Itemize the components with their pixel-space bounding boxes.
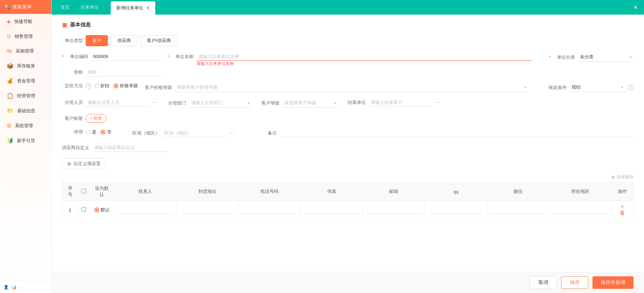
radio-yes[interactable]: 是 xyxy=(86,129,96,135)
radio-no[interactable]: 否 xyxy=(101,129,111,135)
alias-field: 简称 xyxy=(62,68,162,76)
payment-terms-select[interactable]: 现结 ▾ xyxy=(570,83,625,92)
customer-price-level-field: 客户价格等级 请选择客户价格等级 ▾ xyxy=(145,83,528,92)
address-input[interactable] xyxy=(180,206,235,214)
radio-discount[interactable]: 折扣 xyxy=(94,83,109,89)
settlement-unit-field: 结算单位 ··· xyxy=(345,98,441,107)
cancel-button[interactable]: 取消 xyxy=(530,276,557,289)
sidebar-item-label: 快捷导航 xyxy=(14,18,32,25)
supplier-custom-row: 供应商自定义 xyxy=(62,144,634,152)
tab-new-partner-label: 新增往来单位 xyxy=(116,5,143,11)
unit-code-wrapper xyxy=(91,52,160,61)
radio-yes-label: 是 xyxy=(92,129,96,135)
unit-category-select[interactable]: 未分类 ▾ xyxy=(578,52,634,62)
sidebar-item-quick-nav[interactable]: ◈ 快捷导航 xyxy=(0,14,51,29)
manager-input[interactable] xyxy=(86,98,148,107)
form-area: ▣ 基本信息 单位类型 客户 供应商 客户/供应商 * 单位编码 xyxy=(52,15,644,272)
pricing-row: 定价方法 ? 折扣 价格等级 客户价格等级 请选择客户价格等级 xyxy=(62,83,634,92)
unit-btn-supplier[interactable]: 供应商 xyxy=(111,35,138,46)
unit-btn-both[interactable]: 客户/供应商 xyxy=(140,35,178,46)
delete-row-button[interactable]: 🗑 xyxy=(618,210,627,216)
payment-terms-chevron: ▾ xyxy=(621,86,623,89)
sidebar-item-guide[interactable]: 🔰 新手引导 xyxy=(0,133,51,148)
tab-home[interactable]: 首页 xyxy=(55,0,75,15)
alias-input[interactable] xyxy=(86,68,162,76)
disabled-label: 停用 xyxy=(62,129,83,135)
main-content: 首页 往来单位 ✕ 新增往来单位 ✕ ✕ ▣ 基本信息 单位类型 客户 供应商 … xyxy=(52,0,644,293)
department-select[interactable]: 请输入分管部门 ▾ xyxy=(189,98,252,108)
sidebar-item-sales[interactable]: ⊙ 销售管理 xyxy=(0,29,51,44)
radio-discount-circle xyxy=(94,83,99,88)
pricing-help-icon[interactable]: ? xyxy=(86,83,91,89)
unit-name-input[interactable] xyxy=(196,52,532,61)
save-new-button[interactable]: 保存并新增 xyxy=(592,276,634,289)
col-wechat: 微信 xyxy=(487,182,549,201)
sidebar-version-icon: 📊 xyxy=(11,285,17,290)
manager-label: 分管人员 xyxy=(62,99,83,106)
add-row-button[interactable]: + xyxy=(619,204,625,210)
phone-input[interactable] xyxy=(242,206,297,214)
row-checkbox[interactable] xyxy=(81,207,86,212)
col-default: 设为默认 xyxy=(90,182,114,201)
custom-settings-label: 自定义项设置 xyxy=(73,161,101,167)
add-tag-button[interactable]: + 标签 xyxy=(86,114,107,123)
sidebar-item-basic[interactable]: 📁 基础信息 xyxy=(0,103,51,118)
unit-code-input[interactable] xyxy=(91,52,160,61)
settlement-more-btn[interactable]: ··· xyxy=(434,99,441,106)
sales-icon: ⊙ xyxy=(7,33,11,40)
sidebar-item-finance[interactable]: 💰 资金管理 xyxy=(0,73,51,88)
region-input[interactable] xyxy=(162,129,225,137)
tab-partners-label: 往来单位 xyxy=(81,4,99,10)
sidebar-item-inventory[interactable]: 📦 库存核算 xyxy=(0,58,51,73)
supplier-custom-input[interactable] xyxy=(92,144,168,152)
sidebar-item-label: 资金管理 xyxy=(17,78,35,84)
remark-input[interactable] xyxy=(280,129,634,137)
department-chevron: ▾ xyxy=(248,101,250,105)
customer-level-placeholder: 请选择客户等级 xyxy=(284,100,333,106)
qq-input[interactable] xyxy=(429,206,484,214)
save-button[interactable]: 保存 xyxy=(561,276,588,289)
close-all-tabs[interactable]: ✕ xyxy=(630,3,641,12)
manager-field: 分管人员 ··· xyxy=(62,98,158,107)
email-input[interactable] xyxy=(366,206,421,214)
tab-new-partner-close[interactable]: ✕ xyxy=(146,6,150,10)
region-more-btn[interactable]: ··· xyxy=(228,130,235,136)
sidebar-item-operations[interactable]: 📋 经营管理 xyxy=(0,88,51,103)
remark-wrapper xyxy=(280,129,634,137)
payment-terms-help[interactable]: ? xyxy=(628,85,634,90)
default-radio[interactable]: 默认 xyxy=(93,207,110,213)
customer-price-level-select[interactable]: 请选择客户价格等级 ▾ xyxy=(175,83,528,92)
col-region: 所在地区 xyxy=(549,182,612,201)
custom-settings-button[interactable]: ⚙ 自定义项设置 xyxy=(62,158,106,169)
settlement-unit-input[interactable] xyxy=(369,98,431,107)
radio-discount-label: 折扣 xyxy=(100,83,109,89)
radio-price-level[interactable]: 价格等级 xyxy=(113,83,138,89)
footer-bar: 取消 保存 保存并新增 xyxy=(52,272,644,293)
remark-label: 备注 xyxy=(256,130,277,136)
tab-partners[interactable]: 往来单位 ✕ xyxy=(75,0,111,15)
contact-input[interactable] xyxy=(118,206,173,214)
unit-code-field: * 单位编码 xyxy=(62,52,160,61)
region-table-input[interactable] xyxy=(553,206,608,214)
tab-new-partner[interactable]: 新增往来单位 ✕ xyxy=(111,1,155,15)
wechat-input[interactable] xyxy=(491,206,546,214)
customer-level-select[interactable]: 请选择客户等级 ▾ xyxy=(282,98,338,108)
unit-name-label: 单位名称 xyxy=(173,54,194,60)
quick-nav-icon: ◈ xyxy=(7,18,11,25)
contacts-table: 序号 设为默认 联系人 到货地址 电话号码 传真 邮箱 qq 微信 所在地区 操… xyxy=(62,182,634,219)
customer-level-label: 客户等级 xyxy=(259,100,280,106)
unit-btn-customer[interactable]: 客户 xyxy=(86,35,108,46)
sidebar-item-purchase[interactable]: 🛍 采购管理 xyxy=(0,44,51,58)
sidebar-item-label: 经营管理 xyxy=(17,93,35,99)
unit-name-field: * 单位名称 请输入往来单位名称 xyxy=(167,52,532,61)
manager-more-btn[interactable]: ··· xyxy=(151,99,158,106)
batch-delete-label: 批量删除 xyxy=(617,174,634,180)
cell-email xyxy=(363,201,425,219)
fax-input[interactable] xyxy=(304,206,359,214)
tab-partners-close[interactable]: ✕ xyxy=(102,5,105,10)
col-phone: 电话号码 xyxy=(238,182,301,201)
select-all-checkbox[interactable] xyxy=(81,189,86,193)
sidebar-item-system[interactable]: ⚙ 系统管理 xyxy=(0,118,51,133)
sidebar-search[interactable]: 🔍 搜索菜单 xyxy=(0,0,51,14)
batch-delete-area[interactable]: 🗑 批量删除 xyxy=(62,174,634,180)
